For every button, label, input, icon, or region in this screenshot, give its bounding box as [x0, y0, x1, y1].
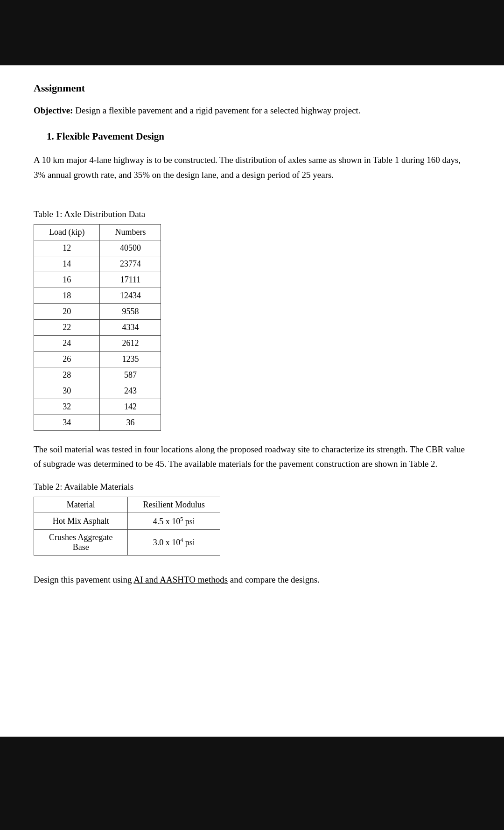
table1-row-8: 28587 — [34, 367, 161, 383]
superscript-4: 4 — [180, 537, 183, 543]
table1-row-2: 1617111 — [34, 272, 161, 288]
table1-row-10: 32142 — [34, 399, 161, 415]
section1-heading: 1. Flexible Pavement Design — [47, 131, 470, 142]
table1-cell-4-0: 20 — [34, 304, 100, 320]
table2-modulus-1: 4.5 x 105 psi — [128, 513, 220, 529]
table2-material-2: Crushes AggregateBase — [34, 529, 128, 555]
table1-cell-3-0: 18 — [34, 288, 100, 304]
table2-col-modulus: Resilient Modulus — [128, 497, 220, 513]
table1-row-6: 242612 — [34, 336, 161, 352]
table2-row-1: Hot Mix Asphalt 4.5 x 105 psi — [34, 513, 220, 529]
table1-cell-11-1: 36 — [100, 415, 161, 431]
table1-row-4: 209558 — [34, 304, 161, 320]
spacer1 — [34, 192, 470, 204]
table1-cell-11-0: 34 — [34, 415, 100, 431]
table2-col-material: Material — [34, 497, 128, 513]
table1-cell-10-0: 32 — [34, 399, 100, 415]
paragraph3-link: AI and AASHTO methods — [133, 575, 228, 584]
table1-cell-9-0: 30 — [34, 383, 100, 399]
table1-cell-5-1: 4334 — [100, 320, 161, 336]
table1-cell-8-0: 28 — [34, 367, 100, 383]
table1-cell-2-1: 17111 — [100, 272, 161, 288]
table2: Material Resilient Modulus Hot Mix Aspha… — [34, 497, 220, 556]
table1-row-9: 30243 — [34, 383, 161, 399]
body-paragraph1: A 10 km major 4-lane highway is to be co… — [34, 153, 470, 182]
content-area: Assignment Objective: Design a flexible … — [0, 65, 504, 737]
objective-text: Design a flexible pavement and a rigid p… — [75, 106, 360, 115]
table1-row-0: 1240500 — [34, 240, 161, 256]
table1-cell-9-1: 243 — [100, 383, 161, 399]
objective-label: Objective: — [34, 106, 73, 115]
table1-cell-0-0: 12 — [34, 240, 100, 256]
table2-header-row: Material Resilient Modulus — [34, 497, 220, 513]
table2-modulus-2: 3.0 x 104 psi — [128, 529, 220, 555]
superscript-5: 5 — [180, 516, 183, 522]
table1-cell-6-0: 24 — [34, 336, 100, 352]
paragraph3-post: and compare the designs. — [228, 575, 320, 584]
body-paragraph2: The soil material was tested in four loc… — [34, 442, 470, 471]
table1-col-numbers: Numbers — [100, 225, 161, 240]
table1-cell-7-1: 1235 — [100, 352, 161, 367]
objective-block: Objective: Design a flexible pavement an… — [34, 104, 470, 118]
table1-header-row: Load (kip) Numbers — [34, 225, 161, 240]
table1-cell-10-1: 142 — [100, 399, 161, 415]
table1-cell-5-0: 22 — [34, 320, 100, 336]
table1-row-5: 224334 — [34, 320, 161, 336]
table1-cell-4-1: 9558 — [100, 304, 161, 320]
bottom-bar — [0, 737, 504, 830]
body-paragraph3: Design this pavement using AI and AASHTO… — [34, 572, 470, 587]
table1-cell-8-1: 587 — [100, 367, 161, 383]
table2-caption: Table 2: Available Materials — [34, 482, 470, 492]
table1-cell-6-1: 2612 — [100, 336, 161, 352]
table1-row-7: 261235 — [34, 352, 161, 367]
table1-row-11: 3436 — [34, 415, 161, 431]
small-spacer — [34, 567, 470, 572]
table1: Load (kip) Numbers 124050014237741617111… — [34, 224, 161, 431]
page-wrapper: Assignment Objective: Design a flexible … — [0, 0, 504, 830]
table1-cell-3-1: 12434 — [100, 288, 161, 304]
table1-row-3: 1812434 — [34, 288, 161, 304]
paragraph3-pre: Design this pavement using — [34, 575, 133, 584]
table2-material-1: Hot Mix Asphalt — [34, 513, 128, 529]
table1-cell-1-0: 14 — [34, 256, 100, 272]
table2-row-2: Crushes AggregateBase 3.0 x 104 psi — [34, 529, 220, 555]
table1-caption: Table 1: Axle Distribution Data — [34, 209, 470, 219]
top-bar — [0, 0, 504, 65]
table1-cell-0-1: 40500 — [100, 240, 161, 256]
assignment-title: Assignment — [34, 82, 470, 94]
table1-row-1: 1423774 — [34, 256, 161, 272]
table1-cell-7-0: 26 — [34, 352, 100, 367]
table1-cell-1-1: 23774 — [100, 256, 161, 272]
table1-cell-2-0: 16 — [34, 272, 100, 288]
table1-col-load: Load (kip) — [34, 225, 100, 240]
